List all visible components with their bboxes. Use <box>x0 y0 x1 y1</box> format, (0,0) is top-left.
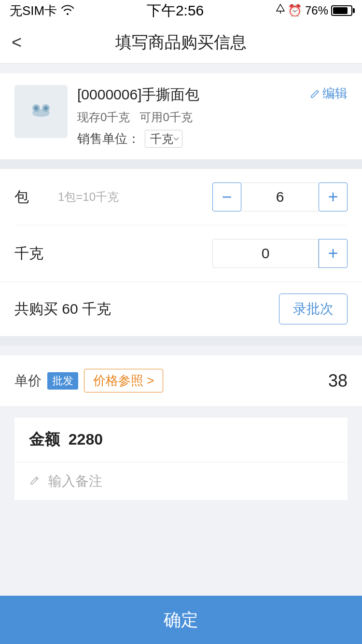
kg-qty-input[interactable] <box>212 239 319 268</box>
carrier-label: 无SIM卡 <box>10 2 57 19</box>
pack-qty-control: − + <box>212 182 348 211</box>
nav-bar: < 填写商品购买信息 <box>0 21 362 64</box>
back-button[interactable]: < <box>12 32 22 53</box>
product-card: [0000006]手撕面包 编辑 现存0千克 可用0千克 销售单位： 千克 包 <box>0 73 362 159</box>
pack-input-row: 包 1包=10千克 − + <box>14 169 348 225</box>
kg-plus-button[interactable]: + <box>319 239 348 268</box>
pack-qty-input[interactable] <box>241 182 319 211</box>
input-section: 包 1包=10千克 − + 千克 + <box>0 169 362 281</box>
wifi-icon <box>61 3 74 18</box>
alarm-icon: ⏰ <box>288 4 302 17</box>
amount-row: 金额 2280 <box>14 418 348 462</box>
pack-minus-button[interactable]: − <box>212 182 241 211</box>
price-tag-pifa: 批发 <box>47 372 78 390</box>
section-separator-1 <box>0 159 362 169</box>
price-value: 38 <box>328 371 348 391</box>
pack-plus-button[interactable]: + <box>319 182 348 211</box>
product-unit-row: 销售单位： 千克 包 <box>77 130 348 148</box>
price-label: 单价 <box>14 372 42 390</box>
status-bar: 无SIM卡 下午2:56 ⏰ 76% <box>0 0 362 21</box>
pack-label: 包 <box>14 187 53 207</box>
product-name: [0000006]手撕面包 <box>77 85 199 105</box>
kg-label: 千克 <box>14 244 53 264</box>
status-right: ⏰ 76% <box>276 4 352 17</box>
price-ref-button[interactable]: 价格参照 > <box>84 369 163 392</box>
svg-point-2 <box>32 109 50 117</box>
edit-button[interactable]: 编辑 <box>310 85 348 102</box>
page-title: 填写商品购买信息 <box>115 31 247 54</box>
product-info: [0000006]手撕面包 编辑 现存0千克 可用0千克 销售单位： 千克 包 <box>77 85 348 148</box>
pencil-icon <box>29 474 42 490</box>
amount-section: 金额 2280 输入备注 <box>0 406 362 500</box>
svg-point-3 <box>34 106 38 110</box>
kg-qty-control: + <box>212 239 348 268</box>
product-image <box>14 85 68 138</box>
status-time: 下午2:56 <box>147 1 204 21</box>
remark-row[interactable]: 输入备注 <box>14 462 348 500</box>
svg-point-4 <box>44 106 48 110</box>
battery-icon <box>331 5 352 16</box>
battery-percent: 76% <box>305 4 328 17</box>
batch-button[interactable]: 录批次 <box>279 294 348 324</box>
summary-row: 共购买 60 千克 录批次 <box>0 281 362 336</box>
unit-select[interactable]: 千克 包 <box>145 130 182 148</box>
section-separator-2 <box>0 336 362 346</box>
price-section: 单价 批发 价格参照 > 38 <box>0 355 362 406</box>
amount-value: 2280 <box>69 431 103 448</box>
status-left: 无SIM卡 <box>10 2 74 19</box>
remark-placeholder: 输入备注 <box>48 472 102 490</box>
confirm-button[interactable]: 确定 <box>0 596 362 644</box>
location-icon <box>276 4 285 17</box>
pack-hint: 1包=10千克 <box>58 189 212 205</box>
product-stock: 现存0千克 可用0千克 <box>77 110 348 125</box>
kg-input-row: 千克 + <box>14 225 348 281</box>
summary-text: 共购买 60 千克 <box>14 299 111 319</box>
